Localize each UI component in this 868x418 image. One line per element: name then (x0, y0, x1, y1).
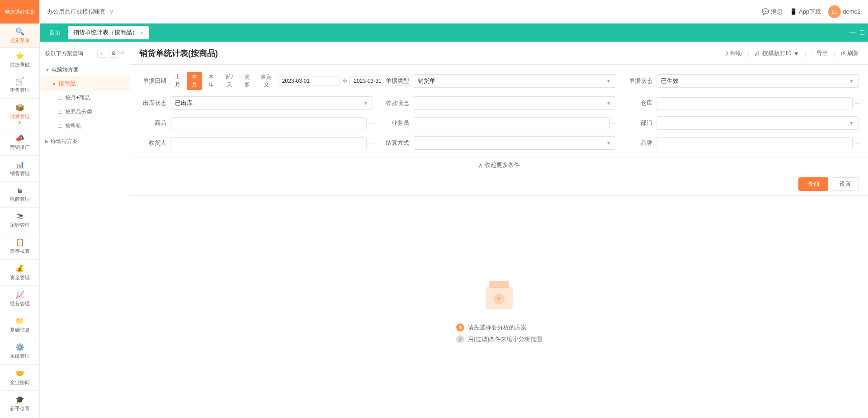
sidebar-item-inventory[interactable]: 📋 库存核算 (0, 233, 39, 260)
sidebar-item-retail[interactable]: 🛒 零售管理 (0, 72, 39, 99)
receiver-ellipsis-icon[interactable]: ··· (368, 140, 373, 146)
tab-close-icon[interactable]: × (141, 30, 143, 35)
doc-status-arrow-icon: ▼ (849, 78, 854, 84)
filter-item-by-department[interactable]: ☰ 按司机 (40, 119, 130, 133)
brand-input[interactable] (656, 137, 853, 149)
sidebar-item-label: 企业协同 (10, 379, 30, 386)
tutorial-icon: 🎓 (15, 395, 24, 404)
sidebar-item-system[interactable]: ⚙️ 系统管理 (0, 338, 39, 365)
page-actions: ? 帮助 | 🖨 按模板打印 ▼ | ↑ (725, 49, 859, 57)
receipt-status-arrow-icon: ▼ (606, 100, 611, 106)
sidebar-item-ecommerce[interactable]: 🖥 电商管理 (0, 182, 39, 208)
query-button[interactable]: 查询 (798, 177, 828, 191)
doc-status-select[interactable]: 已生效 ▼ (656, 74, 859, 88)
tab-home[interactable]: 首页 (43, 26, 66, 39)
sidebar-item-tutorial[interactable]: 🎓 新手引导 (0, 391, 39, 417)
out-status-select[interactable]: 已出库 ▼ (170, 96, 373, 110)
sidebar-item-quick-nav[interactable]: ⭐ 快捷导航 (0, 48, 39, 72)
sidebar-item-coop[interactable]: 🤝 企业协同 (0, 365, 39, 391)
empty-hint-2: 2 用[过滤]条件来缩小分析范围 (456, 335, 542, 343)
warehouse-input[interactable] (656, 97, 853, 109)
collapse-up-icon: ∧ (478, 162, 483, 169)
filter-add-button[interactable]: + (97, 49, 106, 58)
product-ellipsis-icon[interactable]: ··· (368, 120, 373, 126)
app-download-button[interactable]: 📱 App下载 (790, 8, 821, 16)
hint-number-2: 2 (456, 335, 464, 343)
filter-field-salesperson: 业务员 ··· (382, 117, 616, 129)
warehouse-ellipsis-icon[interactable]: ··· (854, 100, 859, 106)
empty-illustration: ? (476, 271, 522, 316)
date-btn-more[interactable]: 更多 (240, 72, 255, 90)
purchase-icon: 🛍 (16, 212, 24, 220)
sub-filter-item-label: 按司机 (65, 122, 81, 130)
basic-info-icon: 📁 (15, 317, 24, 325)
pc-section-header[interactable]: ▼ 电脑端方案 (40, 63, 130, 76)
filter-item-by-month-product[interactable]: ☰ 按月+商品 (40, 91, 130, 105)
doc-type-value: 销货单 (418, 77, 435, 85)
salesperson-input[interactable] (413, 117, 609, 129)
user-profile-button[interactable]: Ea demo2 (828, 5, 861, 18)
filter-field-doc-type: 单据类型 销货单 ▼ (382, 74, 616, 88)
date-btn-this-year[interactable]: 本年 (204, 72, 219, 90)
refresh-button[interactable]: ↺ 刷新 (840, 49, 859, 57)
filter-settings-button[interactable]: ⚙ (109, 49, 118, 58)
breadcrumb: 办公用品行业模拟账套 ∨ (47, 8, 114, 16)
product-input[interactable] (170, 117, 367, 129)
sidebar-item-wholesale[interactable]: 📦 批发管理 ▲ (0, 99, 39, 129)
receiver-input[interactable] (170, 137, 367, 149)
export-button[interactable]: ↑ 导出 (811, 49, 828, 57)
filter-item-by-product[interactable]: ● 按商品 (40, 76, 130, 91)
empty-hint-1: 1 请先选择要分析的方案 (456, 323, 542, 332)
template-print-button[interactable]: 🖨 按模板打印 ▼ (755, 49, 799, 57)
brand-ellipsis-icon[interactable]: ··· (854, 140, 859, 146)
salesperson-ellipsis-icon[interactable]: ··· (612, 120, 616, 126)
sidebar-item-label: 基础信息 (10, 327, 30, 333)
phone-icon: 📱 (790, 8, 797, 15)
filter-field-warehouse: 仓库 ··· (625, 97, 859, 109)
doc-type-select[interactable]: 销货单 ▼ (413, 74, 616, 88)
settings-button[interactable]: 设置 (832, 177, 859, 191)
sidebar: 畅捷通好生意 🔍 搜索菜单 ⭐ 快捷导航 🛒 零售管理 📦 批发管理 ▲ 📣 营… (0, 0, 40, 418)
tab-bar: 首页 销货单统计表（按商品） × — □ (40, 24, 868, 42)
receipt-status-select[interactable]: ▼ (413, 96, 616, 110)
content-area: 按以下方案查询 + ⚙ « ▼ 电脑端方案 ● 按商品 ☰ (40, 42, 868, 418)
mobile-section-header[interactable]: ▶ 移动端方案 (40, 135, 130, 148)
date-btn-7days[interactable]: 近7天 (221, 72, 238, 90)
export-icon: ↑ (811, 50, 815, 57)
sidebar-item-basic-info[interactable]: 📁 基础信息 (0, 312, 39, 338)
filter-field-product: 商品 ··· (139, 117, 373, 129)
help-button[interactable]: ? 帮助 (725, 49, 742, 57)
filter-item-by-category[interactable]: ☰ 按商品分类 (40, 105, 130, 119)
print-arrow-icon: ▼ (793, 50, 799, 57)
sidebar-item-finance[interactable]: 💰 资金管理 (0, 260, 39, 286)
hint-text-1: 请先选择要分析的方案 (468, 323, 527, 332)
refresh-icon: ↺ (840, 50, 845, 57)
tab-maximize-icon[interactable]: □ (860, 28, 864, 37)
sidebar-item-sales[interactable]: 📊 销售管理 (0, 156, 39, 182)
receiver-label: 收货人 (139, 139, 166, 147)
doc-status-label: 单据状态 (625, 77, 652, 85)
sidebar-item-label: 新手引导 (10, 405, 30, 412)
mobile-section-arrow-icon: ▶ (45, 139, 49, 144)
sidebar-item-marketing[interactable]: 📣 营销推广 (0, 129, 39, 156)
department-select[interactable]: ▼ (656, 116, 859, 130)
toolbar: 查询 设置 (130, 173, 868, 196)
receipt-status-label: 收款状态 (382, 99, 409, 107)
print-icon: 🖨 (755, 50, 760, 57)
finance-icon: 💰 (15, 264, 24, 273)
collapse-bar[interactable]: ∧ 收起更多条件 (130, 157, 868, 173)
header-right: 💬 消息 📱 App下载 Ea demo2 (762, 5, 861, 18)
sidebar-item-operations[interactable]: 📈 经营管理 (0, 286, 39, 312)
date-from-input[interactable] (278, 76, 341, 86)
sidebar-item-search-menu[interactable]: 🔍 搜索菜单 (0, 24, 39, 48)
date-btn-this-month[interactable]: 本月 (187, 72, 202, 90)
filter-collapse-button[interactable]: « (121, 49, 124, 58)
tab-minimize-icon[interactable]: — (849, 28, 856, 37)
date-btn-custom[interactable]: 自定义 (257, 72, 276, 90)
payment-select[interactable]: ▼ (413, 136, 616, 150)
message-button[interactable]: 💬 消息 (762, 8, 783, 16)
date-btn-last-month[interactable]: 上月 (170, 72, 185, 90)
sidebar-item-purchase[interactable]: 🛍 采购管理 (0, 208, 39, 233)
sidebar-item-label: 零售管理 (10, 87, 30, 94)
tab-active[interactable]: 销货单统计表（按商品） × (68, 26, 149, 39)
